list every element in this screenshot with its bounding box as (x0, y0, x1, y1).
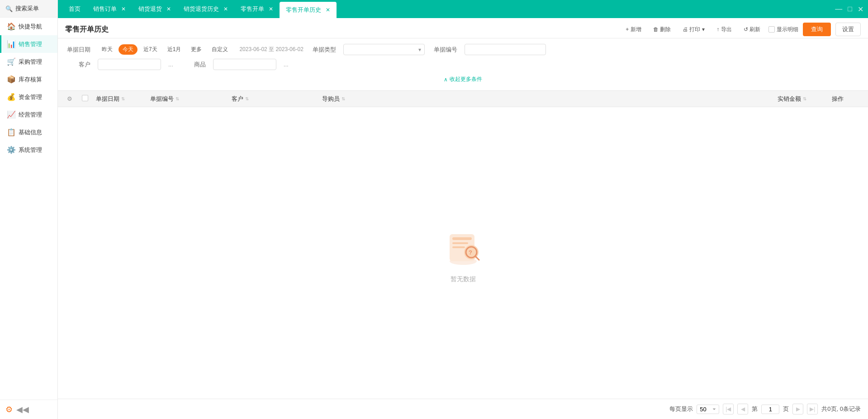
pagination-bar: 每页显示 50 10 20 100 |◀ ◀ 第 页 ▶ ▶| 共0页, 0条记… (58, 399, 868, 419)
page-suffix: 页 (783, 405, 789, 413)
date-btn-yesterday[interactable]: 昨天 (98, 44, 117, 55)
window-close-btn[interactable]: ✕ (858, 5, 863, 14)
svg-rect-3 (452, 242, 468, 244)
empty-state: ? 暂无数据 (58, 107, 868, 399)
window-minimize-btn[interactable]: — (835, 5, 842, 13)
sidebar-item-quick-nav[interactable]: 🏠 快捷导航 (0, 18, 57, 35)
th-date[interactable]: 单据日期 ⇅ (92, 95, 147, 103)
th-amount-sort-icon: ⇅ (803, 96, 806, 101)
date-btn-1month[interactable]: 近1月 (163, 44, 185, 55)
page-label: 第 (752, 405, 758, 413)
refresh-button[interactable]: ↺ 刷新 (740, 24, 764, 35)
table-area: ⚙ 单据日期 ⇅ 单据编号 ⇅ 客户 ⇅ 导购员 ⇅ 实销金额 ⇅ (58, 91, 868, 399)
window-maximize-btn[interactable]: □ (848, 5, 852, 13)
page-first-btn[interactable]: |◀ (723, 404, 734, 414)
doc-type-select[interactable] (343, 44, 425, 55)
sidebar-item-inventory[interactable]: 📦 库存核算 (0, 71, 57, 88)
customer-input[interactable] (98, 59, 161, 70)
page-next-btn[interactable]: ▶ (792, 404, 803, 414)
tab-sales-return-label: 销货退货 (138, 5, 162, 13)
date-btn-today[interactable]: 今天 (119, 44, 138, 55)
tab-retail-history-close[interactable]: ✕ (326, 7, 330, 13)
topbar: 首页 销售订单 ✕ 销货退货 ✕ 销货退货历史 ✕ 零售开单 ✕ 零售开单历史 … (58, 0, 868, 18)
th-customer-sort-icon: ⇅ (245, 96, 249, 101)
tab-sales-return-close[interactable]: ✕ (166, 6, 171, 12)
doc-num-label: 单据编号 (432, 46, 457, 54)
display-detail-checkbox[interactable] (768, 26, 775, 33)
th-op-label: 操作 (832, 95, 844, 103)
page-num-input[interactable] (761, 405, 779, 414)
sidebar-bottom: ⚙ ◀◀ (0, 400, 57, 419)
export-button[interactable]: ↑ 导出 (713, 24, 735, 35)
goods-input[interactable] (213, 59, 276, 70)
th-settings-icon[interactable]: ⚙ (62, 95, 78, 102)
tab-sales-order[interactable]: 销售订单 ✕ (87, 0, 132, 18)
th-amount[interactable]: 实销金额 ⇅ (774, 95, 828, 103)
collapse-btn[interactable]: ∧ 收起更多条件 (65, 74, 861, 85)
tab-list: 首页 销售订单 ✕ 销货退货 ✕ 销货退货历史 ✕ 零售开单 ✕ 零售开单历史 … (62, 0, 337, 18)
sidebar-settings-btn[interactable]: ⚙ (5, 405, 13, 414)
empty-icon: ? (441, 223, 486, 268)
filter-row-1: 单据日期 昨天 今天 近7天 近1月 更多 自定义 2023-06-02 至 2… (65, 44, 861, 55)
sidebar-item-sales-mgmt[interactable]: 📊 销售管理 (0, 35, 57, 53)
doc-type-select-wrap (343, 44, 425, 55)
sidebar-item-purchase-mgmt[interactable]: 🛒 采购管理 (0, 53, 57, 71)
th-amount-label: 实销金额 (778, 95, 801, 103)
sidebar-item-label: 资金管理 (19, 93, 42, 101)
tab-retail-open-close[interactable]: ✕ (269, 6, 273, 12)
sidebar-item-sys-mgmt[interactable]: ⚙️ 系统管理 (0, 141, 57, 159)
tab-home[interactable]: 首页 (62, 0, 87, 18)
sidebar-item-label: 系统管理 (19, 146, 42, 154)
th-guide-sort-icon: ⇅ (342, 96, 345, 101)
sidebar-item-label: 快捷导航 (19, 23, 42, 31)
display-detail-checkbox-label[interactable]: 显示明细 (768, 26, 798, 33)
query-button[interactable]: 查询 (803, 23, 831, 36)
tab-retail-open-label: 零售开单 (241, 5, 264, 13)
sidebar-item-operations[interactable]: 📈 经营管理 (0, 106, 57, 123)
chart-icon: 📊 (7, 40, 15, 48)
th-num[interactable]: 单据编号 ⇅ (147, 95, 228, 103)
tab-sales-order-close[interactable]: ✕ (121, 6, 126, 12)
th-guide[interactable]: 导购员 ⇅ (318, 95, 373, 103)
sidebar: 🔍 搜索采单 🏠 快捷导航 📊 销售管理 🛒 采购管理 📦 库存核算 💰 资金管… (0, 0, 58, 419)
sidebar-collapse-btn[interactable]: ◀◀ (16, 405, 29, 414)
tab-retail-open[interactable]: 零售开单 ✕ (234, 0, 280, 18)
page-title-bar: 零售开单历史 + 新增 🗑 删除 🖨 打印 ▾ ↑ 导出 ↺ 刷新 显示明细 查… (58, 18, 868, 38)
th-checkbox[interactable] (78, 95, 92, 103)
sidebar-item-finance[interactable]: 💰 资金管理 (0, 88, 57, 106)
page-last-btn[interactable]: ▶| (807, 404, 818, 414)
sidebar-search[interactable]: 🔍 搜索采单 (0, 0, 57, 18)
svg-text:?: ? (469, 249, 472, 256)
print-button[interactable]: 🖨 打印 ▾ (679, 24, 708, 35)
doc-type-label: 单据类型 (311, 46, 336, 54)
setting-button[interactable]: 设置 (835, 23, 861, 36)
filter-row-2: 客户 ... 商品 ... (65, 59, 861, 70)
delete-button[interactable]: 🗑 删除 (650, 24, 674, 35)
date-btn-7days[interactable]: 近7天 (139, 44, 161, 55)
page-prev-btn[interactable]: ◀ (737, 404, 748, 414)
gear-icon: ⚙️ (7, 146, 15, 154)
per-page-select[interactable]: 50 10 20 100 (697, 405, 719, 414)
sidebar-item-base-info[interactable]: 📋 基础信息 (0, 123, 57, 141)
money-icon: 💰 (7, 93, 15, 101)
collapse-label: 收起更多条件 (450, 75, 482, 83)
trends-icon: 📈 (7, 110, 15, 119)
doc-num-input[interactable] (465, 44, 546, 55)
date-btn-more[interactable]: 更多 (187, 44, 206, 55)
tab-sales-return-history-close[interactable]: ✕ (223, 6, 228, 12)
svg-rect-4 (452, 246, 465, 248)
add-button[interactable]: + 新增 (622, 24, 645, 35)
date-btn-custom[interactable]: 自定义 (208, 44, 232, 55)
date-filter-label: 单据日期 (65, 46, 90, 54)
tab-retail-history[interactable]: 零售开单历史 ✕ (280, 2, 337, 18)
tab-sales-return-history[interactable]: 销货退货历史 ✕ (177, 0, 234, 18)
th-customer[interactable]: 客户 ⇅ (228, 95, 318, 103)
goods-dots[interactable]: ... (284, 61, 289, 68)
sidebar-item-label: 基础信息 (19, 128, 42, 137)
customer-dots[interactable]: ... (168, 61, 173, 68)
goods-label: 商品 (180, 61, 206, 69)
th-date-sort-icon: ⇅ (121, 96, 125, 101)
sidebar-item-label: 采购管理 (19, 58, 42, 66)
tab-sales-return[interactable]: 销货退货 ✕ (132, 0, 177, 18)
header-checkbox[interactable] (82, 95, 88, 101)
